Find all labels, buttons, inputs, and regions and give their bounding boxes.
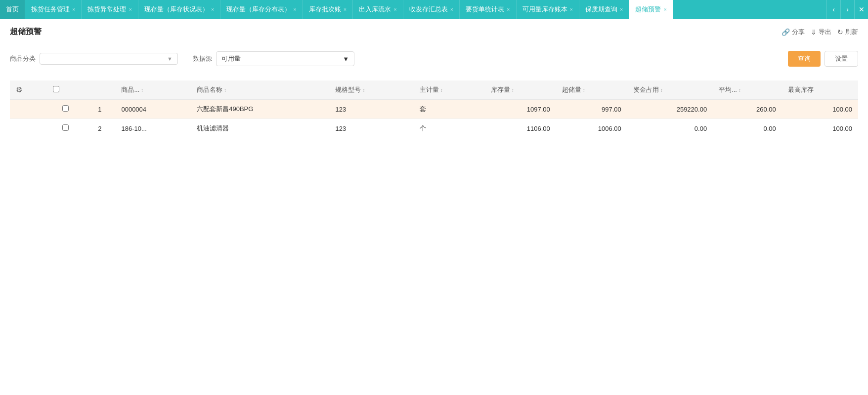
nav-item--------[interactable]: 可用量库存账本×: [517, 0, 579, 19]
table-body: 10000004六配套新昌490BPG123套1097.00997.002592…: [10, 100, 858, 138]
column-header-unit[interactable]: 主计量↕: [414, 80, 485, 100]
nav-item-label: 拣货异常处理: [87, 5, 126, 14]
nav-item------[interactable]: 库存批次账×: [303, 0, 353, 19]
nav-item-label: 现存量（库存分布表）: [226, 5, 291, 14]
export-button[interactable]: ⇓ 导出: [811, 28, 831, 37]
nav-close-icon[interactable]: ×: [129, 6, 131, 12]
sort-icon: ↕: [583, 87, 585, 93]
query-button[interactable]: 查询: [788, 51, 821, 67]
datasource-filter-select[interactable]: 可用量 ▼: [216, 51, 354, 66]
row-checkbox[interactable]: [62, 124, 69, 131]
nav-item-----[interactable]: 超储预警×: [629, 0, 673, 19]
nav-item-label: 超储预警: [635, 5, 661, 14]
table-row: 10000004六配套新昌490BPG123套1097.00997.002592…: [10, 100, 858, 119]
refresh-label: 刷新: [845, 28, 858, 37]
datasource-filter-label: 数据源: [193, 54, 212, 63]
nav-item-----------[interactable]: 现存量（库存分布表）×: [220, 0, 303, 19]
nav-next-arrow[interactable]: ›: [840, 0, 854, 19]
column-label: 资金占用: [633, 86, 659, 93]
sort-icon: ↕: [440, 87, 443, 93]
nav-item-------[interactable]: 要货单统计表×: [460, 0, 516, 19]
nav-item-label: 首页: [6, 5, 19, 14]
nav-close-icon[interactable]: ×: [663, 6, 666, 12]
avg-cell: 260.00: [713, 100, 782, 119]
datasource-select-value: 可用量: [221, 54, 241, 63]
product-name-cell: 机油滤清器: [191, 119, 329, 138]
refresh-button[interactable]: ↻ 刷新: [837, 28, 858, 37]
column-header-spec[interactable]: 规格型号↕: [329, 80, 413, 100]
nav-item------[interactable]: 保质期查询×: [579, 0, 629, 19]
row-number-cell: 2: [84, 119, 115, 138]
nav-item-------[interactable]: 拣货任务管理×: [25, 0, 82, 19]
sort-icon: ↕: [660, 87, 663, 93]
page-title: 超储预警: [10, 27, 42, 37]
row-number-cell: 1: [84, 100, 115, 119]
nav-close-icon[interactable]: ×: [72, 6, 75, 12]
nav-item-----------[interactable]: 现存量（库存状况表）×: [138, 0, 220, 19]
column-gear-settings[interactable]: ⚙: [10, 80, 47, 100]
unit-cell: 个: [414, 119, 485, 138]
nav-item---[interactable]: 首页: [0, 0, 25, 19]
nav-close-icon[interactable]: ×: [620, 6, 623, 12]
spec-cell: 123: [329, 100, 413, 119]
share-icon: 🔗: [781, 28, 790, 36]
nav-item-------[interactable]: 收发存汇总表×: [403, 0, 460, 19]
datasource-filter-group: 数据源 可用量 ▼: [193, 51, 354, 66]
column-label: 最高库存: [788, 86, 814, 93]
column-header-product_name[interactable]: 商品名称↕: [191, 80, 329, 100]
column-header-capital[interactable]: 资金占用↕: [627, 80, 713, 100]
column-label: 平均...: [719, 86, 737, 93]
column-label: 商品...: [121, 86, 139, 93]
nav-item------[interactable]: 出入库流水×: [353, 0, 403, 19]
column-label: 主计量: [420, 86, 439, 93]
settings-button[interactable]: 设置: [825, 51, 858, 67]
column-header-overstock[interactable]: 超储量↕: [556, 80, 627, 100]
max-stock-cell: 100.00: [782, 119, 858, 138]
nav-close-icon[interactable]: ×: [450, 6, 453, 12]
sort-icon: ↕: [141, 87, 143, 93]
column-label: 库存量: [491, 86, 510, 93]
column-header-max_stock: 最高库存: [782, 80, 858, 100]
nav-close-icon[interactable]: ×: [293, 6, 296, 12]
nav-item-label: 要货单统计表: [466, 5, 504, 14]
row-gear-cell: [10, 119, 47, 138]
category-filter-label: 商品分类: [10, 54, 36, 63]
column-header-product_code[interactable]: 商品...↕: [115, 80, 191, 100]
column-header-avg[interactable]: 平均...↕: [713, 80, 782, 100]
table-header-row: ⚙商品...↕商品名称↕规格型号↕主计量↕库存量↕超储量↕资金占用↕平均...↕…: [10, 80, 858, 100]
column-label: 规格型号: [335, 86, 361, 93]
nav-item-------[interactable]: 拣货异常处理×: [82, 0, 138, 19]
page-header: 超储预警 🔗 分享 ⇓ 导出 ↻ 刷新: [10, 27, 858, 37]
table-header: ⚙商品...↕商品名称↕规格型号↕主计量↕库存量↕超储量↕资金占用↕平均...↕…: [10, 80, 858, 100]
row-checkbox-cell[interactable]: [47, 100, 84, 119]
category-filter-select[interactable]: ▼: [40, 53, 178, 65]
category-filter-group: 商品分类 ▼: [10, 53, 178, 65]
nav-prev-arrow[interactable]: ‹: [826, 0, 840, 19]
avg-cell: 0.00: [713, 119, 782, 138]
export-icon: ⇓: [811, 28, 817, 36]
refresh-icon: ↻: [837, 28, 843, 36]
overstock-cell: 997.00: [556, 100, 627, 119]
nav-close-icon[interactable]: ×: [393, 6, 396, 12]
row-gear-cell: [10, 100, 47, 119]
category-chevron-down-icon: ▼: [167, 56, 173, 62]
row-checkbox[interactable]: [62, 105, 69, 112]
row-checkbox-cell[interactable]: [47, 119, 84, 138]
nav-close-icon[interactable]: ×: [344, 6, 347, 12]
nav-item-label: 保质期查询: [585, 5, 617, 14]
capital-cell: 259220.00: [627, 100, 713, 119]
nav-close-icon[interactable]: ×: [570, 6, 573, 12]
column-header-stock[interactable]: 库存量↕: [485, 80, 556, 100]
column-checkbox-all[interactable]: [47, 80, 84, 100]
share-button[interactable]: 🔗 分享: [781, 28, 805, 37]
header-actions: 🔗 分享 ⇓ 导出 ↻ 刷新: [781, 28, 858, 37]
capital-cell: 0.00: [627, 119, 713, 138]
select-all-checkbox[interactable]: [53, 86, 59, 92]
page-content: 超储预警 🔗 分享 ⇓ 导出 ↻ 刷新 商品分类 ▼ 数据源: [0, 19, 868, 395]
nav-item-label: 可用量库存账本: [522, 5, 567, 14]
nav-close-icon[interactable]: ×: [211, 6, 214, 12]
top-navigation: 首页拣货任务管理×拣货异常处理×现存量（库存状况表）×现存量（库存分布表）×库存…: [0, 0, 868, 19]
column-header-row-num: [84, 80, 115, 100]
nav-close-arrow[interactable]: ✕: [854, 0, 868, 19]
nav-close-icon[interactable]: ×: [507, 6, 510, 12]
